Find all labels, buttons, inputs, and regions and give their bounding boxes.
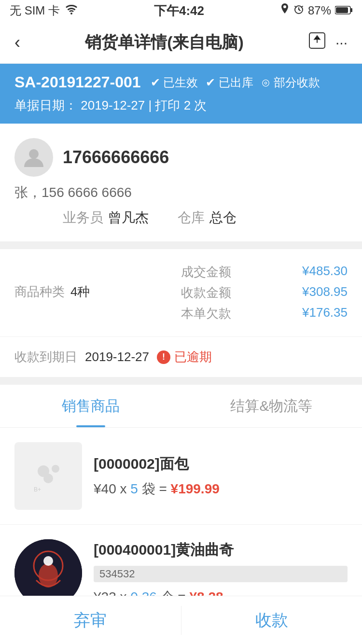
share-icon[interactable] [308,32,326,53]
warehouse-value: 总仓 [209,209,237,227]
back-button[interactable]: ‹ [14,32,20,53]
sales-value: 曾凡杰 [108,209,149,227]
stats-right: 成交金额 ¥485.30 收款金额 ¥308.95 本单欠款 ¥176.35 [181,264,348,322]
sales-label: 业务员 [63,209,103,227]
carrier-label: 无 SIM 卡 [10,3,60,18]
owed-label: 本单欠款 [181,305,231,322]
price-base-1: ¥40 [94,481,116,496]
product-info-1: [0000002]面包 ¥40 x 5 袋 = ¥199.99 [94,442,348,510]
nav-left: ‹ [14,32,20,53]
stats-left: 商品种类 4种 [14,264,181,322]
product-tag-2: 534532 [94,566,348,582]
cancel-button[interactable]: 弃审 [0,596,181,644]
amount-value: ¥485.30 [302,264,348,280]
divider-2 [0,377,362,385]
bottom-bar: 弃审 收款 [0,596,362,644]
overdue-section: 收款到期日 2019-12-27 ! 已逾期 [0,336,362,377]
tab-sales-products[interactable]: 销售商品 [0,385,181,427]
stats-type: 商品种类 4种 [14,283,181,300]
sales-meta: 业务员 曾凡杰 [63,209,149,227]
battery-icon [335,4,352,17]
warehouse-label: 仓库 [178,209,205,227]
svg-rect-2 [350,8,352,12]
avatar [14,138,53,177]
owed-value: ¥176.35 [302,305,348,322]
type-value: 4种 [70,283,90,300]
nav-right: ··· [308,32,348,53]
svg-rect-3 [336,7,348,13]
date-value: 2019-12-27 [81,98,145,112]
more-icon[interactable]: ··· [335,34,348,51]
overdue-date: 2019-12-27 [85,350,149,364]
battery-label: 87% [308,4,331,17]
customer-name: 张，156 6666 6666 [14,183,348,202]
type-label: 商品种类 [14,283,65,300]
wifi-icon [65,4,78,17]
header-top: SA-20191227-001 ✔ 已生效 ✔ 已出库 ⊙ 部分收款 [14,73,348,91]
received-value: ¥308.95 [302,284,348,301]
badge-shipped: ✔ 已出库 [206,75,253,90]
unit-1: 袋 [142,481,155,496]
stats-section: 商品种类 4种 成交金额 ¥485.30 收款金额 ¥308.95 本单欠款 ¥… [0,249,362,336]
owed-row: 本单欠款 ¥176.35 [181,305,348,322]
product-price-1: ¥40 x 5 袋 = ¥199.99 [94,480,348,498]
confirm-button[interactable]: 收款 [181,596,362,644]
overdue-badge: ! 已逾期 [157,349,212,365]
divider-1 [0,241,362,249]
status-time: 下午4:42 [154,2,204,19]
header-card: SA-20191227-001 ✔ 已生效 ✔ 已出库 ⊙ 部分收款 单据日期：… [0,64,362,124]
badge-effective: ✔ 已生效 [151,75,198,90]
page-title: 销货单详情(来自电脑) [85,31,244,54]
svg-text:B+: B+ [34,486,41,493]
svg-point-8 [43,474,53,483]
product-name-1: [0000002]面包 [94,454,348,474]
product-thumbnail-1: B+ [14,442,82,510]
tab-underline [76,425,105,427]
nav-bar: ‹ 销货单详情(来自电脑) ··· [0,21,362,64]
alarm-icon [293,4,304,17]
total-1: ¥199.99 [171,481,220,496]
qty-1: 5 [130,481,138,496]
badge-partial: ⊙ 部分收款 [261,75,320,90]
overdue-text: 已逾期 [174,349,212,365]
overdue-icon: ! [157,350,170,364]
amount-label: 成交金额 [181,264,231,280]
tabs-container: 销售商品 结算&物流等 [0,385,362,428]
status-left: 无 SIM 卡 [10,3,78,18]
status-right: 87% [280,3,352,18]
status-bar: 无 SIM 卡 下午4:42 87% [0,0,362,21]
warehouse-meta: 仓库 总仓 [178,209,237,227]
status-badges: ✔ 已生效 ✔ 已出库 ⊙ 部分收款 [151,75,320,90]
customer-top: 17666666666 [14,138,348,177]
order-id: SA-20191227-001 [14,73,141,91]
svg-point-7 [52,465,59,473]
print-label: | 打印 2 次 [148,98,207,112]
svg-point-5 [29,149,39,159]
customer-phone: 17666666666 [63,147,169,168]
customer-section: 17666666666 张，156 6666 6666 业务员 曾凡杰 仓库 总… [0,124,362,241]
product-name-2: [000400001]黄油曲奇 [94,540,348,560]
received-label: 收款金额 [181,284,231,301]
tab-settlement[interactable]: 结算&物流等 [181,385,362,427]
amount-row: 成交金额 ¥485.30 [181,264,348,280]
product-list: B+ [0000002]面包 ¥40 x 5 袋 = ¥199.99 [0,428,362,622]
overdue-label: 收款到期日 [14,349,77,365]
header-date: 单据日期： 2019-12-27 | 打印 2 次 [14,97,348,114]
svg-point-13 [43,556,53,566]
customer-meta: 业务员 曾凡杰 仓库 总仓 [63,209,348,227]
date-label: 单据日期： [14,98,77,112]
list-item: B+ [0000002]面包 ¥40 x 5 袋 = ¥199.99 [0,428,362,525]
location-icon [280,3,290,18]
received-row: 收款金额 ¥308.95 [181,284,348,301]
